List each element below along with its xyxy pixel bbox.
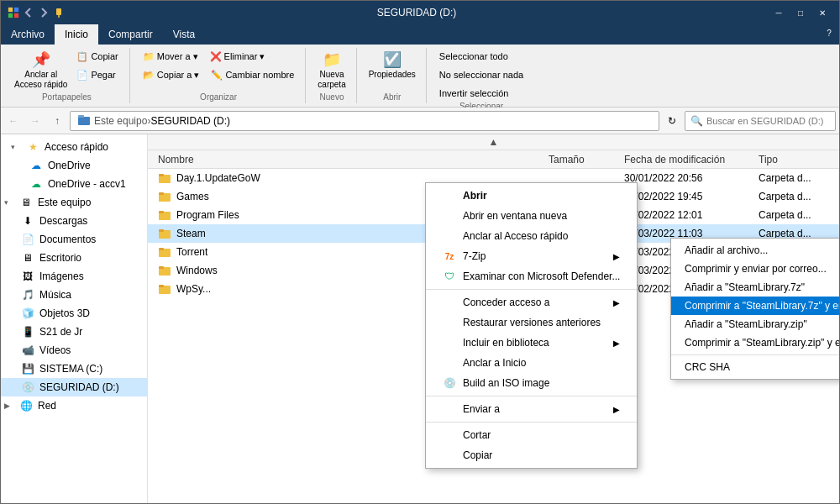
col-header-fecha[interactable]: Fecha de modificación	[617, 154, 752, 165]
organizar-label: Organizar	[200, 92, 237, 103]
ctx-abrir[interactable]: Abrir	[426, 186, 637, 206]
back-button[interactable]: ←	[4, 112, 23, 130]
sidebar-item-sistema-c[interactable]: 💾 SISTEMA (C:)	[1, 360, 147, 378]
column-headers: Nombre Tamaño Fecha de modificación Tipo	[148, 150, 839, 169]
search-input[interactable]	[706, 116, 830, 126]
ctx-iso[interactable]: 💿 Build an ISO image	[426, 373, 637, 393]
refresh-button[interactable]: ↻	[663, 112, 681, 130]
window-title: SEGURIDAD (D:)	[65, 7, 769, 18]
3d-icon: 🧊	[21, 307, 34, 320]
select-all-button[interactable]: Seleccionar todo	[435, 48, 528, 65]
ctx-conceder[interactable]: Conceder acceso a ▶	[426, 292, 637, 312]
computer-icon: 🖥	[19, 196, 33, 209]
ctx-copiar[interactable]: Copiar	[426, 445, 637, 465]
sidebar-item-documentos[interactable]: 📄 Documentos	[1, 230, 147, 249]
ctx-abrir-ventana[interactable]: Abrir en ventana nueva	[426, 206, 637, 226]
sub-add-7z[interactable]: Añadir a "SteamLibrary.7z"	[671, 278, 839, 297]
ctx-defender-icon: 🛡	[443, 270, 456, 283]
ctx-restaurar-icon	[443, 316, 456, 329]
tab-inicio[interactable]: Inicio	[55, 24, 98, 45]
close-button[interactable]: ✕	[812, 4, 832, 21]
ctx-anclar-inicio[interactable]: Anclar a Inicio	[426, 353, 637, 373]
sidebar-item-seguridad-d[interactable]: 💿 SEGURIDAD (D:)	[1, 378, 147, 396]
nuevo-label: Nuevo	[320, 92, 344, 103]
ctx-conceder-icon	[443, 296, 456, 309]
sidebar-label-imagenes: Imágenes	[39, 270, 84, 282]
rename-button[interactable]: ✏️ Cambiar nombre	[207, 66, 298, 83]
move-to-button[interactable]: 📁 Mover a ▾	[139, 48, 202, 65]
ctx-enviar-icon	[443, 402, 456, 416]
select-none-button[interactable]: No seleccionar nada	[435, 66, 528, 83]
tab-compartir[interactable]: Compartir	[98, 24, 163, 45]
svg-rect-19	[159, 266, 164, 269]
sub-compress-7z-mail[interactable]: Comprimir a "SteamLibrary.7z" y enviar p…	[671, 297, 839, 315]
forward-button[interactable]: →	[26, 112, 45, 130]
delete-icon: ❌	[210, 51, 222, 62]
sidebar: ▾ ★ Acceso rápido ☁ OneDrive ☁ OneDrive …	[1, 134, 148, 503]
tab-vista[interactable]: Vista	[163, 24, 205, 45]
sidebar-item-musica[interactable]: 🎵 Música	[1, 286, 147, 304]
ctx-enviar-arrow: ▶	[613, 405, 620, 414]
ctx-enviar[interactable]: Enviar a ▶	[426, 399, 637, 419]
copy-button[interactable]: 📋 Copiar	[72, 48, 122, 65]
pin-quick-access-button[interactable]: 📌 Anclar alAcceso rápido	[11, 48, 71, 92]
up-button[interactable]: ↑	[48, 112, 66, 130]
sidebar-item-acceso-rapido[interactable]: ▾ ★ Acceso rápido	[1, 138, 147, 156]
pin-icon: 📌	[31, 50, 51, 70]
phone-icon: 📱	[21, 325, 34, 339]
selection-buttons: Seleccionar todo No seleccionar nada Inv…	[435, 48, 528, 102]
copy-to-button[interactable]: 📂 Copiar a ▾	[139, 66, 204, 83]
ctx-defender-label: Examinar con Microsoft Defender...	[463, 270, 620, 282]
sidebar-item-red[interactable]: ▶ 🌐 Red	[1, 396, 147, 415]
sub-add-archive[interactable]: Añadir al archivo...	[671, 241, 839, 260]
ctx-anclar[interactable]: Anclar al Acceso rápido	[426, 226, 637, 246]
col-header-tamano[interactable]: Tamaño	[542, 154, 617, 165]
path-computer[interactable]: Este equipo	[94, 115, 147, 127]
expand-icon: ▾	[4, 198, 14, 207]
ctx-7zip[interactable]: 7z 7-Zip ▶	[426, 246, 637, 266]
copy-to-icon: 📂	[143, 70, 155, 81]
search-box[interactable]: 🔍	[685, 111, 836, 131]
invert-selection-button[interactable]: Invertir selección	[435, 85, 528, 102]
group-nuevo: 📁 Nuevacarpeta Nuevo	[307, 48, 356, 103]
search-icon: 🔍	[690, 115, 703, 127]
ctx-restaurar[interactable]: Restaurar versiones anteriores	[426, 312, 637, 333]
ctx-defender-left: 🛡 Examinar con Microsoft Defender...	[443, 270, 620, 283]
sidebar-label-videos: Vídeos	[39, 344, 71, 356]
minimize-button[interactable]: ─	[769, 4, 789, 21]
seleccionar-buttons: Seleccionar todo No seleccionar nada Inv…	[435, 48, 528, 102]
sidebar-item-s21[interactable]: 📱 S21 de Jr	[1, 323, 147, 341]
sidebar-item-este-equipo[interactable]: ▾ 🖥 Este equipo	[1, 193, 147, 212]
col-header-tipo[interactable]: Tipo	[752, 154, 836, 165]
sub-add-label: Añadir al archivo...	[685, 244, 768, 256]
paste-button[interactable]: 📄 Pegar	[72, 66, 122, 83]
sidebar-item-objetos3d[interactable]: 🧊 Objetos 3D	[1, 304, 147, 323]
sidebar-item-escritorio[interactable]: 🖥 Escritorio	[1, 249, 147, 267]
maximize-button[interactable]: □	[790, 4, 811, 21]
ctx-incluir[interactable]: Incluir en biblioteca ▶	[426, 333, 637, 353]
scroll-up-arrow[interactable]: ▲	[148, 134, 839, 150]
ribbon-tab-bar: Archivo Inicio Compartir Vista ?	[1, 24, 839, 45]
sidebar-item-onedrive[interactable]: ☁ OneDrive	[1, 156, 147, 175]
new-folder-button[interactable]: 📁 Nuevacarpeta	[314, 48, 349, 92]
ribbon-help-button[interactable]: ?	[819, 24, 839, 41]
sub-compress-mail[interactable]: Comprimir y enviar por correo...	[671, 260, 839, 278]
tab-archivo[interactable]: Archivo	[1, 24, 55, 45]
sub-compress-zip-mail[interactable]: Comprimir a "SteamLibrary.zip" y enviar …	[671, 333, 839, 352]
address-box[interactable]: Este equipo › SEGURIDAD (D:)	[70, 111, 659, 131]
sidebar-item-descargas[interactable]: ⬇ Descargas	[1, 212, 147, 230]
sub-add-zip[interactable]: Añadir a "SteamLibrary.zip"	[671, 315, 839, 333]
delete-button[interactable]: ❌ Eliminar ▾	[206, 48, 270, 65]
ctx-cortar[interactable]: Cortar	[426, 425, 637, 445]
ctx-defender[interactable]: 🛡 Examinar con Microsoft Defender...	[426, 266, 637, 286]
pin-icon	[53, 7, 65, 18]
properties-button[interactable]: ☑️ Propiedades	[365, 48, 419, 81]
ctx-iso-icon: 💿	[443, 376, 456, 390]
sidebar-item-imagenes[interactable]: 🖼 Imágenes	[1, 267, 147, 286]
sidebar-item-onedrive-accv1[interactable]: ☁ OneDrive - accv1	[1, 175, 147, 193]
sub-crc-sha[interactable]: CRC SHA ▶	[671, 358, 839, 376]
expand-icon: ▾	[11, 143, 21, 151]
col-header-nombre[interactable]: Nombre	[151, 154, 542, 165]
ctx-sep3	[426, 422, 637, 423]
sidebar-item-videos[interactable]: 📹 Vídeos	[1, 341, 147, 360]
